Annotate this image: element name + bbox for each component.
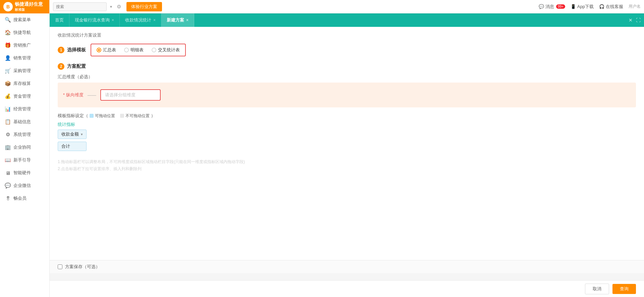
trial-button[interactable]: 体验行业方案 xyxy=(126,2,162,11)
indicator-amount-tag[interactable]: 收款金额 ▾ xyxy=(58,130,87,139)
step2-label: 方案配置 xyxy=(67,63,86,69)
sidebar-item-inventory[interactable]: 📦库存核算 xyxy=(0,77,49,90)
sidebar-item-system[interactable]: ⚙系统管理 xyxy=(0,128,49,141)
settings-icon[interactable]: ⚙ xyxy=(117,4,121,10)
dropdown-arrow-icon[interactable]: ▾ xyxy=(110,4,112,9)
fullscreen-icon[interactable]: ⛶ xyxy=(636,17,641,23)
sidebar-item-smart-hw[interactable]: 🖥智能硬件 xyxy=(0,166,49,179)
radio-detail-label: 明细表 xyxy=(130,47,144,53)
hint-movable-tag: 可拖动位置 xyxy=(90,113,115,119)
query-button[interactable]: 查询 xyxy=(612,284,636,294)
online-service-button[interactable]: 🎧 在线客服 xyxy=(599,4,623,10)
sidebar-item-search-menu[interactable]: 🔍搜索菜单 xyxy=(0,13,49,26)
tab-close-1[interactable]: × xyxy=(112,18,114,22)
basic-info-label: 基础信息 xyxy=(13,119,31,125)
sidebar-item-wechat[interactable]: 💬企业微信 xyxy=(0,179,49,192)
sidebar: B 畅捷通好生意 标准版 🔍搜索菜单🏠快捷导航🎁营销推广👤销售管理🛒采购管理📦库… xyxy=(0,0,50,297)
radio-cross-label: 交叉统计表 xyxy=(158,47,180,53)
step1-header: 1 选择模板 汇总表 明细表 交叉统计表 xyxy=(58,44,636,56)
top-header: ▾ ⚙ 体验行业方案 💬 消息 99+ 📱 App下载 🎧 在线客服 用户名 xyxy=(50,0,644,13)
quick-nav-label: 快捷导航 xyxy=(13,30,31,36)
top-right-actions: 💬 消息 99+ 📱 App下载 🎧 在线客服 用户名 xyxy=(539,4,641,10)
step1-section: 1 选择模板 汇总表 明细表 交叉统计表 xyxy=(58,44,636,56)
dimension-area: * 纵向维度 —— 请选择分组维度 xyxy=(58,83,636,107)
sales-icon: 👤 xyxy=(5,55,11,61)
marketing-label: 营销推广 xyxy=(13,42,31,48)
tab-0[interactable]: 首页 xyxy=(50,13,69,27)
tab-1[interactable]: 现金银行流水查询× xyxy=(69,13,120,27)
movable-dot xyxy=(90,114,94,118)
capital-icon: 💰 xyxy=(5,93,11,99)
tab-label-2: 收款情况统计 xyxy=(125,17,151,23)
indicators-columns: 统计指标 收款金额 ▾ 合计 xyxy=(58,121,636,151)
sidebar-item-sales[interactable]: 👤销售管理 xyxy=(0,52,49,64)
search-menu-label: 搜索菜单 xyxy=(13,17,31,23)
basic-info-icon: 📋 xyxy=(5,119,11,125)
quick-nav-icon: 🏠 xyxy=(5,30,11,36)
step1-num: 1 xyxy=(58,47,64,53)
guide-icon: 📖 xyxy=(5,157,11,163)
system-icon: ⚙ xyxy=(5,132,11,138)
sidebar-item-marketing[interactable]: 🎁营销推广 xyxy=(0,39,49,52)
purchase-label: 采购管理 xyxy=(13,68,31,74)
step2-header: 2 方案配置 xyxy=(58,63,636,70)
dimension-row: * 纵向维度 —— 请选择分组维度 xyxy=(63,89,631,101)
messages-button[interactable]: 💬 消息 99+ xyxy=(539,4,565,10)
dimension-selector[interactable]: 请选择分组维度 xyxy=(100,89,161,101)
radio-summary-label: 汇总表 xyxy=(103,47,116,53)
service-icon: 🎧 xyxy=(599,4,604,9)
tab-3[interactable]: 新建方案× xyxy=(161,13,194,27)
enterprise-icon: 🏢 xyxy=(5,144,11,150)
sidebar-item-enterprise[interactable]: 🏢企业协同 xyxy=(0,141,49,154)
tab-2[interactable]: 收款情况统计× xyxy=(120,13,161,27)
message-icon: 💬 xyxy=(539,4,544,9)
app-version: 标准版 xyxy=(15,7,43,12)
close-tab-icon[interactable]: ✕ xyxy=(629,17,633,23)
hint-suffix: ） xyxy=(151,113,155,119)
smart-hw-icon: 🖥 xyxy=(5,170,11,176)
sales-label: 销售管理 xyxy=(13,55,31,61)
hint-movable-label: 可拖动位置 xyxy=(95,113,115,119)
sidebar-item-operations[interactable]: 📊经营管理 xyxy=(0,103,49,115)
logo-icon: B xyxy=(3,2,13,11)
tab-close-2[interactable]: × xyxy=(153,18,156,22)
tip-1: 1.拖动标题栏可以调整布局，不可跨维度或指标区域拖动栏目字段(只能在同一维度或指… xyxy=(58,159,636,165)
tab-close-3[interactable]: × xyxy=(186,18,189,22)
cancel-button[interactable]: 取消 xyxy=(585,284,609,294)
radio-cross-circle xyxy=(152,48,156,52)
sidebar-item-quick-nav[interactable]: 🏠快捷导航 xyxy=(0,26,49,39)
sidebar-item-purchase[interactable]: 🛒采购管理 xyxy=(0,64,49,77)
sidebar-item-basic-info[interactable]: 📋基础信息 xyxy=(0,115,49,128)
enterprise-label: 企业协同 xyxy=(13,144,31,150)
messages-label: 消息 xyxy=(545,4,554,10)
tab-label-3: 新建方案 xyxy=(167,17,184,23)
sidebar-item-member[interactable]: 🎖畅会员 xyxy=(0,192,49,205)
tab-bar: 首页现金银行流水查询×收款情况统计×新建方案× ✕ ⛶ xyxy=(50,13,644,27)
tab-label-0: 首页 xyxy=(55,17,64,23)
search-input[interactable] xyxy=(53,2,107,11)
sidebar-item-guide[interactable]: 📖新手引导 xyxy=(0,154,49,166)
radio-summary[interactable]: 汇总表 xyxy=(97,47,116,53)
purchase-icon: 🛒 xyxy=(5,68,11,74)
radio-detail[interactable]: 明细表 xyxy=(124,47,144,53)
indicators-column: 统计指标 收款金额 ▾ 合计 xyxy=(58,121,87,151)
dim-arrow-icon: —— xyxy=(88,93,96,98)
indicator-amount-label: 收款金额 xyxy=(61,131,79,137)
sidebar-item-capital[interactable]: 💰资金管理 xyxy=(0,90,49,103)
operations-label: 经营管理 xyxy=(13,106,31,112)
username-label: 用户名 xyxy=(629,4,641,9)
app-download-button[interactable]: 📱 App下载 xyxy=(571,4,594,10)
indicators-label-text: 模板指标设定（ xyxy=(58,113,88,119)
bottom-bar: 取消 查询 xyxy=(50,280,644,297)
radio-cross[interactable]: 交叉统计表 xyxy=(152,47,180,53)
tab-bar-controls: ✕ ⛶ xyxy=(625,13,644,27)
step1-label: 选择模板 xyxy=(67,47,86,53)
wechat-icon: 💬 xyxy=(5,183,11,189)
config-section: 汇总维度（必选） * 纵向维度 —— 请选择分组维度 xyxy=(58,74,636,172)
tab-label-1: 现金银行流水查询 xyxy=(75,17,110,23)
dim-row-label: * 纵向维度 xyxy=(63,92,84,98)
smart-hw-label: 智能硬件 xyxy=(13,170,31,176)
marketing-icon: 🎁 xyxy=(5,42,11,48)
operations-icon: 📊 xyxy=(5,106,11,112)
save-checkbox[interactable] xyxy=(58,264,62,269)
